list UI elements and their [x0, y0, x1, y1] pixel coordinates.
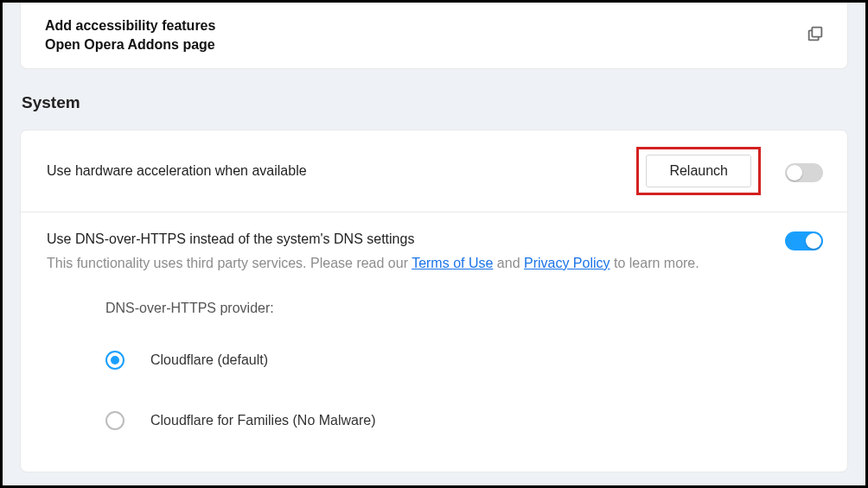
popout-icon[interactable] — [806, 24, 825, 47]
relaunch-highlight: Relaunch — [636, 147, 761, 195]
doh-title: Use DNS-over-HTTPS instead of the system… — [47, 229, 769, 250]
accessibility-subtitle: Open Opera Addons page — [45, 37, 215, 53]
system-settings-card: Use hardware acceleration when available… — [20, 130, 848, 472]
hwaccel-toggle[interactable] — [785, 163, 823, 182]
doh-desc: This functionality uses third party serv… — [47, 253, 769, 275]
relaunch-button[interactable]: Relaunch — [646, 155, 751, 187]
accessibility-text: Add accessibility features Open Opera Ad… — [45, 18, 215, 53]
doh-toggle[interactable] — [785, 231, 823, 250]
doh-desc-suffix: to learn more. — [614, 256, 699, 270]
accessibility-addons-row[interactable]: Add accessibility features Open Opera Ad… — [20, 3, 848, 69]
radio-icon[interactable] — [105, 351, 124, 370]
doh-provider-label: DNS-over-HTTPS provider: — [105, 301, 823, 316]
doh-desc-mid: and — [497, 256, 524, 270]
radio-icon[interactable] — [105, 411, 124, 430]
system-heading: System — [22, 93, 848, 112]
svg-rect-0 — [812, 28, 821, 37]
doh-desc-prefix: This functionality uses third party serv… — [47, 256, 412, 270]
terms-of-use-link[interactable]: Terms of Use — [412, 256, 493, 270]
hwaccel-row: Use hardware acceleration when available… — [21, 130, 847, 212]
doh-option-cloudflare-default[interactable]: Cloudflare (default) — [105, 351, 823, 370]
hwaccel-title: Use hardware acceleration when available — [47, 161, 621, 181]
doh-provider-section: DNS-over-HTTPS provider: Cloudflare (def… — [21, 275, 847, 430]
doh-option-label: Cloudflare (default) — [150, 352, 268, 368]
doh-row: Use DNS-over-HTTPS instead of the system… — [21, 212, 847, 275]
doh-option-cloudflare-families[interactable]: Cloudflare for Families (No Malware) — [105, 411, 823, 430]
doh-option-label: Cloudflare for Families (No Malware) — [150, 413, 376, 428]
accessibility-title: Add accessibility features — [45, 18, 215, 34]
privacy-policy-link[interactable]: Privacy Policy — [524, 256, 610, 270]
